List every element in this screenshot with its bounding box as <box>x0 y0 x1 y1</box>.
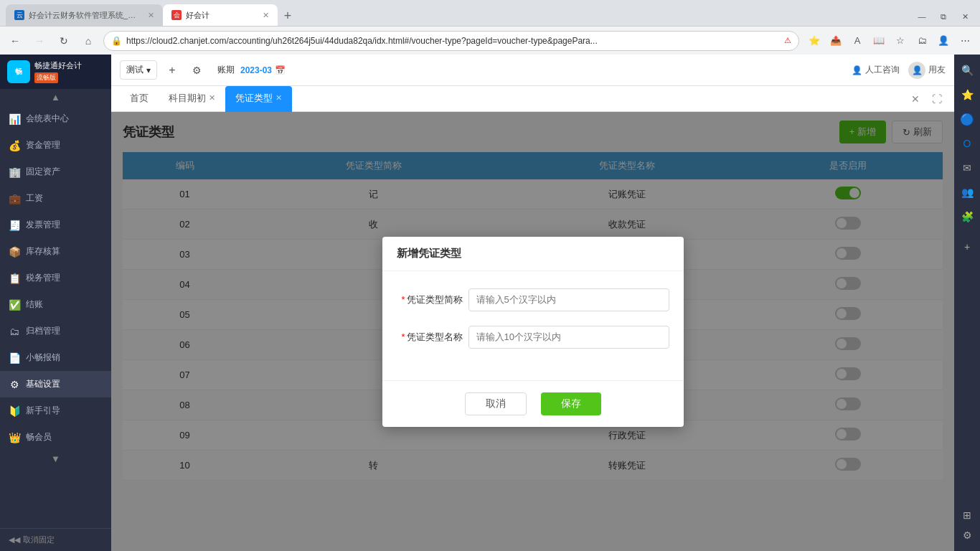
sidebar: 畅 畅捷通好会计 流畅版 ▲ 📊 会统表中心 💰 资金管理 🏢 固定资产 💼 工… <box>0 55 111 551</box>
report-icon: 📄 <box>9 352 20 364</box>
grid-sidebar-btn[interactable]: ⊞ <box>957 505 977 525</box>
sidebar-item-label: 固定资产 <box>26 166 60 178</box>
sidebar-item-label: 归档管理 <box>26 325 60 337</box>
sidebar-item-label: 新手引导 <box>26 405 60 417</box>
sidebar-item-payroll[interactable]: 💼 工资 <box>0 185 111 212</box>
sidebar-item-checkout[interactable]: ✅ 结账 <box>0 291 111 318</box>
tab-nav-expand[interactable]: ⛶ <box>928 90 946 108</box>
search-sidebar-btn[interactable]: 🔍 <box>957 60 977 80</box>
chevron-down-icon: ▾ <box>146 65 151 75</box>
topbar-right: 👤 人工咨询 👤 用友 <box>852 62 946 79</box>
page-tab-voucher-type[interactable]: 凭证类型 ✕ <box>225 86 292 112</box>
modal-title: 新增凭证类型 <box>382 237 684 271</box>
page-tab-subjects-label: 科目期初 <box>169 92 206 105</box>
gear-sidebar-btn[interactable]: ⚙ <box>957 525 977 545</box>
app-container: 畅 畅捷通好会计 流畅版 ▲ 📊 会统表中心 💰 资金管理 🏢 固定资产 💼 工… <box>0 55 980 551</box>
back-button[interactable]: ← <box>6 32 24 50</box>
profile-btn[interactable]: 👤 <box>934 32 953 50</box>
tab-label-1: 好会计云财务软件管理系统_会计 <box>29 10 143 21</box>
sidebar-item-label: 发票管理 <box>26 219 60 231</box>
sidebar-item-invoice[interactable]: 🧾 发票管理 <box>0 212 111 238</box>
fixed-assets-icon: 🏢 <box>9 166 20 178</box>
extensions-button[interactable]: ⭐ <box>805 32 824 50</box>
name-input[interactable] <box>468 326 669 349</box>
cancel-pin-label: 取消固定 <box>23 534 55 545</box>
logo-icon: 畅 <box>7 60 30 83</box>
more-btn[interactable]: ⋯ <box>956 32 974 50</box>
browser-tab-2[interactable]: 会 好会计 ✕ <box>163 4 278 26</box>
plus-sidebar-btn[interactable]: + <box>957 237 977 257</box>
sidebar-item-settings[interactable]: ⚙ 基础设置 <box>0 371 111 397</box>
fav-btn[interactable]: ☆ <box>891 32 910 50</box>
consult-button[interactable]: 👤 人工咨询 <box>852 64 900 76</box>
payroll-icon: 💼 <box>9 193 20 204</box>
settings-button[interactable]: ⚙ <box>187 61 206 80</box>
settings-icon: ⚙ <box>9 379 20 390</box>
sidebar-item-inventory[interactable]: 📦 库存核算 <box>0 238 111 265</box>
abbr-input[interactable] <box>468 288 669 311</box>
close-subjects-tab[interactable]: ✕ <box>209 93 215 103</box>
member-icon: 👑 <box>9 432 20 443</box>
right-sidebar: 🔍 ⭐ 🔵 O ✉ 👥 🧩 + ⊞ ⚙ <box>954 55 980 551</box>
cancel-button[interactable]: 取消 <box>465 392 527 415</box>
puzzle-sidebar-btn[interactable]: 🧩 <box>957 207 977 227</box>
modal-overlay: 新增凭证类型 *凭证类型简称 *凭证类型名称 <box>111 112 954 551</box>
pin-icon: ◀◀ <box>9 535 20 545</box>
add-company-button[interactable]: + <box>163 61 182 80</box>
user-sidebar-btn[interactable]: 👥 <box>957 182 977 202</box>
company-select[interactable]: 测试 ▾ <box>120 60 157 80</box>
capital-icon: 💰 <box>9 140 20 151</box>
reading-btn[interactable]: 📖 <box>870 32 888 50</box>
sidebar-scroll-up[interactable]: ▲ <box>0 89 111 105</box>
sidebar-item-archive[interactable]: 🗂 归档管理 <box>0 318 111 344</box>
close-button[interactable]: ✕ <box>956 7 974 26</box>
tab-favicon-2: 会 <box>171 10 182 20</box>
sidebar-item-report[interactable]: 📄 小畅报销 <box>0 344 111 371</box>
sidebar-scroll-down[interactable]: ▼ <box>0 451 111 467</box>
sidebar-item-label: 小畅报销 <box>26 352 60 364</box>
star-sidebar-btn[interactable]: ⭐ <box>957 85 977 105</box>
tab-close-2[interactable]: ✕ <box>263 11 269 20</box>
user-label: 用友 <box>928 64 946 76</box>
user-info[interactable]: 👤 用友 <box>908 62 946 79</box>
new-tab-button[interactable]: + <box>278 6 298 26</box>
tab-nav-collapse[interactable]: ✕ <box>907 90 924 108</box>
calendar-icon: 📅 <box>275 65 286 75</box>
collections-btn[interactable]: 🗂 <box>913 32 931 50</box>
browser-actions: ⭐ 📤 A 📖 ☆ 🗂 👤 ⋯ <box>805 32 974 50</box>
page-tab-subjects[interactable]: 科目期初 ✕ <box>159 86 225 112</box>
sidebar-item-guide[interactable]: 🔰 新手引导 <box>0 397 111 424</box>
tab-close-1[interactable]: ✕ <box>148 11 154 20</box>
lock-icon: 🔒 <box>111 36 122 46</box>
browser-tab-1[interactable]: 云 好会计云财务软件管理系统_会计 ✕ <box>6 4 163 26</box>
cancel-pin-btn[interactable]: ◀◀ 取消固定 <box>0 528 111 551</box>
minimize-button[interactable]: — <box>913 7 931 26</box>
sidebar-item-member[interactable]: 👑 畅会员 <box>0 424 111 451</box>
home-button[interactable]: ⌂ <box>79 32 98 50</box>
logo-text: 畅捷通好会计 流畅版 <box>34 60 82 83</box>
period-info: 账期 2023-03 📅 <box>217 64 286 76</box>
page-tab-nav: 首页 科目期初 ✕ 凭证类型 ✕ ✕ ⛶ <box>111 86 954 112</box>
sidebar-item-tax[interactable]: 📋 税务管理 <box>0 265 111 291</box>
font-btn[interactable]: A <box>848 32 867 50</box>
refresh-button[interactable]: ↻ <box>55 32 73 50</box>
restore-button[interactable]: ⧉ <box>934 7 953 26</box>
sidebar-item-label: 资金管理 <box>26 139 60 151</box>
page-tab-home[interactable]: 首页 <box>120 86 159 112</box>
sidebar-item-label: 库存核算 <box>26 245 60 258</box>
forward-button[interactable]: → <box>30 32 49 50</box>
sidebar-item-capital[interactable]: 💰 资金管理 <box>0 132 111 159</box>
sidebar-item-dashboard[interactable]: 📊 会统表中心 <box>0 105 111 132</box>
sidebar-item-fixed-assets[interactable]: 🏢 固定资产 <box>0 159 111 185</box>
collection-sidebar-btn[interactable]: 🔵 <box>957 109 977 129</box>
outlook-sidebar-btn[interactable]: O <box>957 133 977 154</box>
tab-label-2: 好会计 <box>186 10 209 21</box>
close-voucher-tab[interactable]: ✕ <box>275 93 282 103</box>
share-button[interactable]: 📤 <box>826 32 845 50</box>
consult-label: 人工咨询 <box>865 64 900 76</box>
save-button[interactable]: 保存 <box>541 392 601 415</box>
url-bar[interactable]: 🔒 https://cloud2.chanjet.com/accounting/… <box>103 31 799 51</box>
mail-sidebar-btn[interactable]: ✉ <box>957 158 977 178</box>
name-required-mark: * <box>401 331 405 342</box>
abbr-label: *凭证类型简称 <box>397 293 468 306</box>
